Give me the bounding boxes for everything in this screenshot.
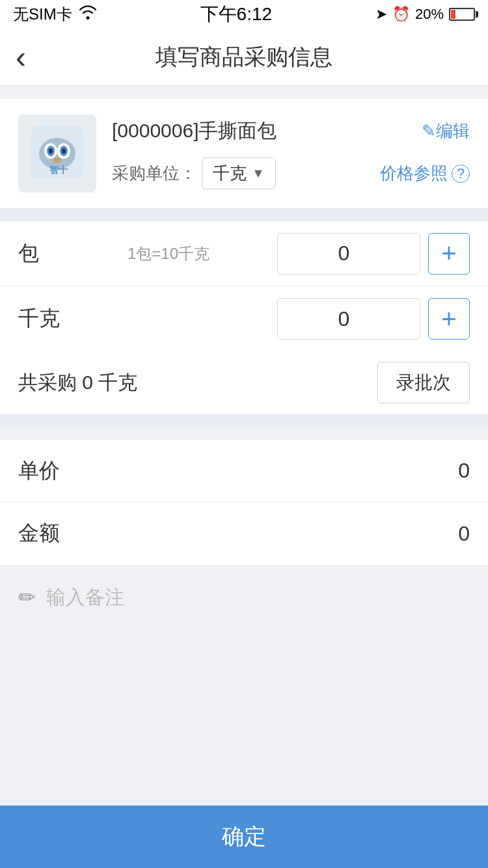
- battery-icon: [449, 8, 475, 21]
- unit-price-row: 单价 0: [0, 440, 488, 502]
- svg-point-8: [53, 157, 61, 163]
- unit-label: 采购单位：: [112, 162, 197, 185]
- bag-label: 包: [18, 239, 122, 268]
- dropdown-arrow-icon: ▼: [252, 166, 265, 181]
- amount-value: 0: [458, 522, 470, 546]
- product-id: [0000006]: [112, 120, 198, 141]
- kg-input-row: 千克 +: [0, 286, 488, 351]
- kg-quantity-input[interactable]: [277, 298, 420, 340]
- unit-dropdown[interactable]: 千克 ▼: [202, 157, 276, 189]
- alarm-icon: ⏰: [392, 6, 410, 23]
- price-ref-label: 价格参照: [380, 162, 448, 185]
- unit-value: 千克: [213, 162, 247, 185]
- kg-label: 千克: [18, 305, 122, 333]
- product-logo: 智十: [31, 126, 83, 182]
- amount-row: 金额 0: [0, 502, 488, 565]
- confirm-button[interactable]: 确定: [0, 806, 488, 868]
- bag-input-row: 包 1包=10千克 +: [0, 221, 488, 286]
- summary-row: 共采购 0 千克 录批次: [0, 351, 488, 414]
- bag-quantity-input[interactable]: [277, 233, 420, 275]
- price-section: 单价 0 金额 0: [0, 440, 488, 565]
- edit-button[interactable]: ✎编辑: [422, 120, 470, 142]
- remark-section[interactable]: ✏ 输入备注: [0, 565, 488, 630]
- pencil-icon: ✏: [18, 585, 36, 610]
- product-name: [0000006]手撕面包: [112, 118, 277, 144]
- bag-sublabel: 1包=10千克: [128, 243, 210, 264]
- amount-label: 金额: [18, 519, 60, 548]
- location-icon: ➤: [375, 6, 387, 23]
- confirm-label: 确定: [222, 822, 266, 852]
- back-button[interactable]: ‹: [16, 39, 26, 75]
- svg-point-7: [62, 148, 66, 154]
- wifi-icon: [79, 5, 97, 23]
- remark-placeholder: 输入备注: [46, 584, 124, 611]
- unit-price-value: 0: [458, 459, 470, 483]
- product-title: 手撕面包: [198, 120, 277, 141]
- price-ref-button[interactable]: 价格参照 ?: [380, 162, 470, 185]
- carrier-label: 无SIM卡: [13, 4, 72, 25]
- summary-text: 共采购 0 千克: [18, 370, 137, 396]
- status-right: ➤ ⏰ 20%: [375, 6, 475, 23]
- nav-bar: ‹ 填写商品采购信息: [0, 29, 488, 86]
- svg-text:智十: 智十: [49, 165, 68, 175]
- section-divider-2: [0, 414, 488, 427]
- record-batch-button[interactable]: 录批次: [377, 362, 470, 403]
- section-divider-1: [0, 208, 488, 221]
- product-name-row: [0000006]手撕面包 ✎编辑: [112, 118, 470, 144]
- unit-price-label: 单价: [18, 457, 60, 485]
- svg-point-6: [49, 148, 53, 154]
- status-left: 无SIM卡: [13, 4, 97, 25]
- kg-input-wrap: +: [122, 298, 470, 340]
- product-card: 智十 [0000006]手撕面包 ✎编辑 采购单位： 千克 ▼ 价格参照 ?: [0, 99, 488, 208]
- bag-input-wrap: +: [210, 233, 470, 275]
- page-title: 填写商品采购信息: [156, 42, 332, 72]
- status-time: 下午6:12: [200, 2, 273, 27]
- product-thumbnail: 智十: [18, 115, 96, 193]
- kg-plus-button[interactable]: +: [428, 298, 470, 340]
- price-ref-help-icon: ?: [452, 165, 470, 183]
- unit-row: 采购单位： 千克 ▼ 价格参照 ?: [112, 157, 470, 189]
- battery-percent: 20%: [415, 6, 444, 23]
- product-info: [0000006]手撕面包 ✎编辑 采购单位： 千克 ▼ 价格参照 ?: [96, 118, 470, 189]
- status-bar: 无SIM卡 下午6:12 ➤ ⏰ 20%: [0, 0, 488, 29]
- input-section: 包 1包=10千克 + 千克 +: [0, 221, 488, 351]
- bag-plus-button[interactable]: +: [428, 233, 470, 275]
